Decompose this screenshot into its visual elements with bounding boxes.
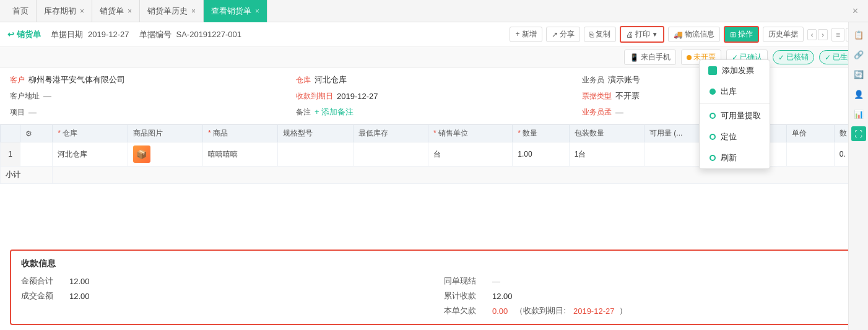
total-amount-row: 金额合计 12.00 <box>21 276 424 287</box>
side-icon-refresh[interactable]: 🔄 <box>851 67 866 82</box>
staff-label: 业务员 <box>582 75 604 85</box>
window-close-button[interactable]: × <box>848 3 863 19</box>
operations-dropdown: 添加发票 出库 可用量提取 定位 刷新 <box>699 59 770 169</box>
total-amount-label: 金额合计 <box>21 276 64 287</box>
side-icon-chart[interactable]: 📊 <box>851 106 866 121</box>
tab-sales-history[interactable]: 销货单历史 × <box>140 0 204 22</box>
payment-date-label: 收款到期日 <box>296 91 333 102</box>
payment-info-title: 收款信息 <box>21 258 847 269</box>
project-field: 项目 — <box>10 106 286 118</box>
logistics-button[interactable]: 🚚 物流信息 <box>668 27 720 42</box>
payment-info-grid: 金额合计 12.00 成交金额 12.00 同单现结 — 累计收款 <box>21 276 847 316</box>
row-unit: 台 <box>428 142 512 167</box>
row-price <box>787 142 835 167</box>
cumulative-label: 累计收款 <box>444 290 487 302</box>
doc-number: 单据编号 SA-20191227-001 <box>139 29 242 40</box>
balance-note: （收款到期日: <box>515 305 566 316</box>
copy-icon: ⎘ <box>589 30 594 39</box>
add-invoice-item[interactable]: 添加发票 <box>700 60 770 81</box>
payment-date-field: 收款到期日 2019-12-27 <box>296 90 572 102</box>
row-warehouse: 河北仓库 <box>53 142 128 167</box>
available-qty-item[interactable]: 可用量提取 <box>700 105 770 126</box>
circle-icon <box>710 89 716 95</box>
project-label: 项目 <box>10 107 25 118</box>
user-icon: 👤 <box>854 90 864 99</box>
balance-date: 2019-12-27 <box>573 306 615 316</box>
verified-badge[interactable]: ✓ 已核销 <box>773 50 814 64</box>
chart-icon: 📊 <box>854 110 864 119</box>
side-icon-user[interactable]: 👤 <box>851 87 866 102</box>
tab-inventory-init[interactable]: 库存期初 × <box>37 0 92 22</box>
row-settings <box>20 142 53 167</box>
col-num <box>1 125 20 142</box>
circle-outline-icon-2 <box>710 134 716 140</box>
tab-sales-order[interactable]: 销货单 × <box>92 0 140 22</box>
link-icon: 🔗 <box>854 50 864 59</box>
side-icon-expand[interactable]: ⛶ <box>851 126 866 141</box>
refresh-icon: 🔄 <box>854 70 864 79</box>
row-num: 1 <box>1 142 20 167</box>
staff-value: 演示账号 <box>608 74 640 85</box>
copy-button[interactable]: ⎘ 复制 <box>584 27 616 42</box>
dropdown-divider <box>700 103 770 104</box>
print-dropdown-arrow: ▼ <box>652 31 658 38</box>
transaction-label: 成交金额 <box>21 290 64 302</box>
payment-right: 同单现结 — 累计收款 12.00 本单欠款 0.00 （收款到期日: 2019… <box>444 276 847 316</box>
document-icon: 📋 <box>854 30 864 40</box>
new-button[interactable]: + 新增 <box>510 27 542 42</box>
print-icon: 🖨 <box>626 30 633 39</box>
doc-type-icon: ↩ <box>7 30 14 39</box>
refresh-item[interactable]: 刷新 <box>700 147 770 168</box>
customer-label: 客户 <box>10 75 25 85</box>
remark-add-button[interactable]: + 添加备注 <box>315 106 354 118</box>
col-min-stock: 最低库存 <box>353 125 428 142</box>
warehouse-value: 河北仓库 <box>315 74 347 85</box>
tab-sales-order-close[interactable]: × <box>128 7 132 15</box>
doc-actions: + 新增 ↗ 分享 ⎘ 复制 🖨 打印 ▼ 🚚 物流信息 <box>510 26 861 43</box>
salesperson-label: 业务员孟 <box>582 107 612 118</box>
same-order-row: 同单现结 — <box>444 276 847 287</box>
payment-info-section: 收款信息 金额合计 12.00 成交金额 12.00 同单现结 — <box>10 250 858 325</box>
nav-arrows: ‹ › <box>807 29 828 40</box>
side-icon-doc[interactable]: 📋 <box>851 27 866 42</box>
check-circle-icon-2: ✓ <box>825 53 831 62</box>
next-button[interactable]: › <box>818 29 828 40</box>
row-product: 嘻嘻嘻嘻 <box>202 142 277 167</box>
tab-view-sales-close[interactable]: × <box>255 7 259 15</box>
address-label: 客户地址 <box>10 91 40 102</box>
operations-button[interactable]: ⊞ 操作 <box>724 26 759 43</box>
side-icon-link[interactable]: 🔗 <box>851 47 866 62</box>
history-button[interactable]: 历史单据 <box>763 27 804 42</box>
settings-icon[interactable]: ⚙ <box>25 129 32 138</box>
same-order-label: 同单现结 <box>444 276 487 287</box>
col-settings: ⚙ <box>20 125 53 142</box>
col-product: 商品 <box>202 125 277 142</box>
document-header: ↩ 销货单 单据日期 2019-12-27 单据编号 SA-20191227-0… <box>0 22 868 47</box>
row-min-stock <box>353 142 428 167</box>
circle-outline-icon <box>710 113 716 119</box>
subtotal-label: 小计 <box>1 167 53 184</box>
balance-note-end: ） <box>619 305 627 316</box>
tab-home[interactable]: 首页 <box>5 0 37 22</box>
row-qty: 1.00 <box>513 142 569 167</box>
cumulative-value: 12.00 <box>492 292 513 301</box>
tab-inventory-init-close[interactable]: × <box>80 7 84 15</box>
col-product-img: 商品图片 <box>128 125 202 142</box>
print-button[interactable]: 🖨 打印 ▼ <box>620 26 664 43</box>
col-spec: 规格型号 <box>278 125 353 142</box>
share-button[interactable]: ↗ 分享 <box>546 27 580 42</box>
tab-view-sales[interactable]: 查看销货单 × <box>204 0 267 22</box>
square-icon <box>708 66 717 75</box>
remark-label: 备注 <box>296 107 311 118</box>
balance-value: 0.00 <box>492 306 508 316</box>
prev-button[interactable]: ‹ <box>807 29 817 40</box>
outbound-item[interactable]: 出库 <box>700 81 770 102</box>
from-phone-button[interactable]: 📱 来自手机 <box>624 50 676 65</box>
tab-sales-history-close[interactable]: × <box>191 7 196 15</box>
same-order-value: — <box>492 277 500 286</box>
orange-dot-icon <box>687 55 692 60</box>
check-circle-icon: ✓ <box>778 53 784 62</box>
list-view-button[interactable]: ≡ <box>831 28 844 41</box>
ticket-type-label: 票据类型 <box>582 91 612 102</box>
locate-item[interactable]: 定位 <box>700 126 770 147</box>
